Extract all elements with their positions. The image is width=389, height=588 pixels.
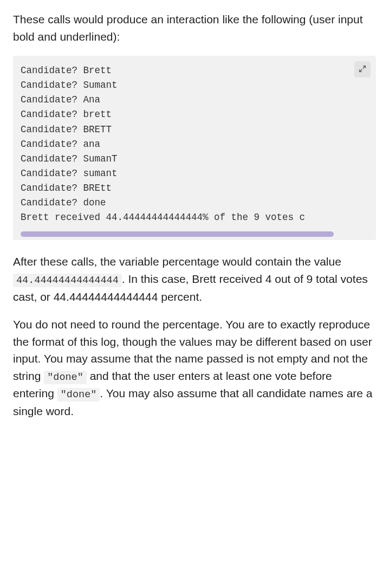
inline-code-value: 44.44444444444444 [13, 274, 122, 287]
horizontal-scrollbar[interactable] [21, 231, 368, 237]
text-run: After these calls, the variable percenta… [13, 255, 341, 268]
code-block-container: Candidate? Brett Candidate? Sumant Candi… [13, 56, 376, 240]
code-block: Candidate? Brett Candidate? Sumant Candi… [21, 63, 368, 229]
expand-icon [358, 61, 367, 78]
scrollbar-thumb[interactable] [21, 231, 334, 237]
inline-code-done-2: "done" [57, 388, 100, 402]
paragraph-3: You do not need to round the percentage.… [13, 316, 376, 420]
paragraph-2: After these calls, the variable percenta… [13, 253, 376, 305]
inline-code-done-1: "done" [44, 371, 87, 384]
expand-button[interactable] [354, 61, 371, 77]
intro-paragraph: These calls would produce an interaction… [13, 11, 376, 45]
